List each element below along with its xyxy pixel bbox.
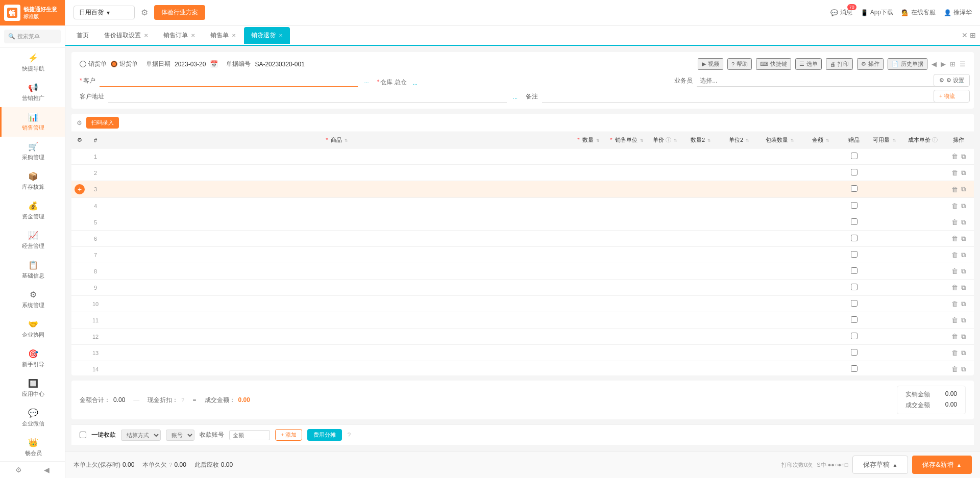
qty2-cell[interactable]	[683, 296, 719, 312]
qty-cell[interactable]	[571, 296, 606, 312]
amount-cell[interactable]	[800, 263, 841, 280]
address-select-button[interactable]: ...	[511, 94, 520, 100]
sidebar-item-marketing[interactable]: 📢 营销推广	[0, 78, 65, 107]
tab-close-sales-order[interactable]: ✕	[191, 33, 195, 38]
tab-layout-button[interactable]: ⊞	[970, 31, 976, 39]
cost-cell[interactable]	[902, 280, 943, 296]
cost-cell[interactable]	[902, 345, 943, 361]
gift-cell[interactable]	[841, 181, 867, 198]
save-draft-button[interactable]: 保存草稿 ▲	[852, 456, 909, 474]
cost-cell[interactable]	[902, 165, 943, 181]
gift-checkbox[interactable]	[851, 267, 857, 274]
remark-input[interactable]	[542, 91, 966, 103]
pkg-cell[interactable]	[760, 165, 800, 181]
price-cell[interactable]	[647, 329, 683, 345]
product-cell[interactable]	[103, 312, 571, 329]
price-cell[interactable]	[647, 280, 683, 296]
available-cell[interactable]	[867, 312, 902, 329]
sidebar-item-guide[interactable]: 🎯 新手引导	[0, 344, 65, 373]
add-payment-button[interactable]: + 添加	[275, 429, 302, 441]
available-cell[interactable]	[867, 329, 902, 345]
unit2-cell[interactable]	[719, 296, 760, 312]
gift-checkbox[interactable]	[851, 218, 857, 225]
sidebar-item-weixin[interactable]: 💬 企业微信	[0, 403, 65, 433]
price-info-icon[interactable]: ⓘ	[666, 137, 671, 143]
sidebar-item-purchase[interactable]: 🛒 采购管理	[0, 137, 65, 166]
customer-select-button[interactable]: ...	[362, 78, 371, 84]
gift-cell[interactable]	[841, 148, 867, 165]
price-cell[interactable]	[647, 263, 683, 280]
amount-cell[interactable]	[800, 361, 841, 376]
pkg-cell[interactable]	[760, 329, 800, 345]
pkg-cell[interactable]	[760, 198, 800, 214]
amount-cell[interactable]	[800, 345, 841, 361]
address-input[interactable]	[108, 91, 507, 103]
sidebar-item-basic-info[interactable]: 📋 基础信息	[0, 255, 65, 285]
experience-button[interactable]: 体验行业方案	[154, 5, 205, 20]
qty-cell[interactable]	[571, 312, 606, 329]
pkg-cell[interactable]	[760, 181, 800, 198]
available-cell[interactable]	[867, 214, 902, 231]
unit-cell[interactable]	[606, 214, 647, 231]
amount-cell[interactable]	[800, 165, 841, 181]
product-cell[interactable]	[103, 165, 571, 181]
discount-info-icon[interactable]: ?	[181, 397, 184, 403]
unit-cell[interactable]	[606, 361, 647, 376]
gift-cell[interactable]	[841, 231, 867, 247]
product-cell[interactable]	[103, 361, 571, 376]
amount-cell[interactable]	[800, 329, 841, 345]
warehouse-select-button[interactable]: ...	[411, 80, 420, 86]
tab-close-sales[interactable]: ✕	[232, 33, 236, 38]
fee-help-icon[interactable]: ?	[347, 432, 351, 439]
qty2-cell[interactable]	[683, 165, 719, 181]
product-cell[interactable]	[103, 148, 571, 165]
copy-row-button[interactable]: ⧉	[961, 218, 966, 227]
copy-row-button[interactable]: ⧉	[961, 153, 966, 161]
gift-cell[interactable]	[841, 214, 867, 231]
amount-cell[interactable]	[800, 312, 841, 329]
product-cell[interactable]	[103, 263, 571, 280]
sidebar-collapse-button[interactable]: ◀	[44, 466, 50, 474]
cost-info-icon[interactable]: ⓘ	[932, 137, 938, 143]
delete-row-button[interactable]: 🗑	[951, 267, 958, 275]
amount-cell[interactable]	[800, 198, 841, 214]
unit-cell[interactable]	[606, 148, 647, 165]
sidebar-item-member[interactable]: 👑 畅会员	[0, 433, 65, 461]
cost-cell[interactable]	[902, 148, 943, 165]
gift-cell[interactable]	[841, 345, 867, 361]
unit2-cell[interactable]	[719, 345, 760, 361]
one-click-payment-checkbox[interactable]	[80, 432, 86, 438]
gift-cell[interactable]	[841, 329, 867, 345]
pkg-cell[interactable]	[760, 361, 800, 376]
tab-sales-order[interactable]: 销售订单 ✕	[156, 27, 202, 44]
gift-checkbox[interactable]	[851, 316, 857, 323]
print-button[interactable]: 🖨 打印	[826, 58, 853, 70]
copy-row-button[interactable]: ⧉	[961, 267, 966, 275]
copy-row-button[interactable]: ⧉	[961, 169, 966, 177]
copy-row-button[interactable]: ⧉	[961, 284, 966, 292]
pkg-cell[interactable]	[760, 148, 800, 165]
delete-row-button[interactable]: 🗑	[951, 153, 958, 161]
copy-row-button[interactable]: ⧉	[961, 349, 966, 357]
gift-checkbox[interactable]	[851, 202, 857, 209]
price-cell[interactable]	[647, 214, 683, 231]
pkg-cell[interactable]	[760, 345, 800, 361]
delete-row-button[interactable]: 🗑	[951, 185, 958, 193]
qty-cell[interactable]	[571, 247, 606, 263]
gift-cell[interactable]	[841, 361, 867, 376]
message-button[interactable]: 💬 消息 70	[830, 8, 852, 17]
qty-cell[interactable]	[571, 329, 606, 345]
online-service-button[interactable]: 💁 在线客服	[901, 8, 936, 17]
product-cell[interactable]	[103, 247, 571, 263]
cost-cell[interactable]	[902, 181, 943, 198]
qty2-cell[interactable]	[683, 247, 719, 263]
amount-cell[interactable]	[800, 280, 841, 296]
user-menu-button[interactable]: 👤 徐泽华	[944, 8, 972, 17]
tab-close-all-button[interactable]: ✕	[962, 31, 968, 39]
unit2-cell[interactable]	[719, 181, 760, 198]
gift-checkbox[interactable]	[851, 235, 857, 241]
available-cell[interactable]	[867, 296, 902, 312]
sidebar-item-apps[interactable]: 🔲 应用中心	[0, 373, 65, 403]
add-logistics-button[interactable]: + 物流	[934, 90, 970, 103]
sidebar-item-finance[interactable]: 💰 资金管理	[0, 196, 65, 225]
